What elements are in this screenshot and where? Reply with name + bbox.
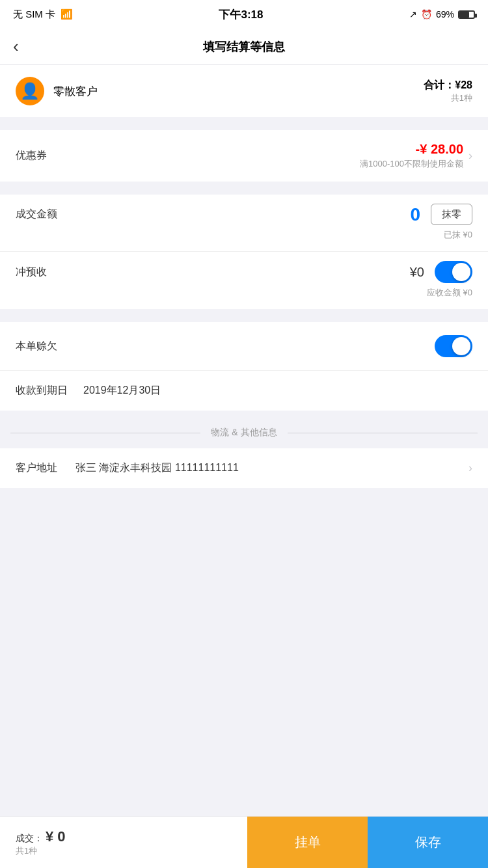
bottom-bar: 成交： ¥ 0 共1种 挂单 保存 xyxy=(0,816,488,868)
due-date-value: 2019年12月30日 xyxy=(83,384,161,398)
divider-line-left xyxy=(10,433,200,433)
nav-bar: ‹ 填写结算等信息 xyxy=(0,29,488,65)
receivable-row: 应收金额 ¥0 xyxy=(0,286,488,309)
wifi-icon: 📶 xyxy=(61,8,73,20)
back-button[interactable]: ‹ xyxy=(13,36,19,57)
transaction-label: 成交金额 xyxy=(16,208,68,221)
avatar-icon: 👤 xyxy=(20,82,40,100)
coupon-card[interactable]: 优惠券 -¥ 28.00 满1000-100不限制使用金额 › xyxy=(0,130,488,182)
coupon-value: -¥ 28.00 满1000-100不限制使用金额 xyxy=(360,142,463,170)
address-card[interactable]: 客户地址 张三 海淀永丰科技园 11111111111 › xyxy=(0,448,488,488)
advance-toggle-knob xyxy=(452,263,470,281)
battery-fill xyxy=(459,12,469,18)
debt-row: 本单赊欠 xyxy=(0,322,488,371)
already-rounded-row: 已抹 ¥0 xyxy=(0,228,488,252)
debt-toggle[interactable] xyxy=(435,335,472,357)
battery-label: 69% xyxy=(436,9,454,20)
save-button[interactable]: 保存 xyxy=(368,817,488,868)
status-left: 无 SIM 卡 📶 xyxy=(13,8,73,21)
bottom-deal-label: 成交： xyxy=(16,833,43,845)
customer-card: 👤 零散客户 合计：¥28 共1种 xyxy=(0,65,488,117)
transaction-amount-row: 成交金额 0 抹零 xyxy=(0,195,488,228)
status-bar: 无 SIM 卡 📶 下午3:18 ↗ ⏰ 69% xyxy=(0,0,488,29)
bottom-spacer xyxy=(0,495,488,547)
address-row[interactable]: 客户地址 张三 海淀永丰科技园 11111111111 › xyxy=(0,448,488,488)
customer-row: 👤 零散客户 合计：¥28 共1种 xyxy=(0,65,488,117)
customer-name: 零散客户 xyxy=(53,84,98,99)
coupon-amount: -¥ 28.00 xyxy=(416,142,463,157)
debt-label: 本单赊欠 xyxy=(16,340,57,353)
round-button[interactable]: 抹零 xyxy=(431,204,472,225)
debt-toggle-knob xyxy=(452,337,470,355)
location-icon: ↗ xyxy=(409,9,417,20)
already-rounded-label: 已抹 ¥0 xyxy=(444,229,472,241)
address-label: 客户地址 xyxy=(16,461,68,475)
page-title: 填写结算等信息 xyxy=(203,39,285,55)
total-amount: 合计：¥28 xyxy=(424,79,472,92)
coupon-desc: 满1000-100不限制使用金额 xyxy=(360,158,463,170)
address-right: › xyxy=(463,461,472,475)
customer-left: 👤 零散客户 xyxy=(16,77,98,105)
bottom-deal-amount: ¥ 0 xyxy=(46,828,66,845)
status-time: 下午3:18 xyxy=(219,7,263,22)
alarm-icon: ⏰ xyxy=(421,9,432,20)
coupon-row[interactable]: 优惠券 -¥ 28.00 满1000-100不限制使用金额 › xyxy=(0,130,488,182)
due-date-row: 收款到期日 2019年12月30日 xyxy=(0,371,488,411)
coupon-chevron-icon: › xyxy=(468,149,472,163)
status-right: ↗ ⏰ 69% xyxy=(409,9,475,20)
divider-1 xyxy=(0,124,488,130)
transaction-card: 成交金额 0 抹零 已抹 ¥0 冲预收 ¥0 应收金额 ¥0 xyxy=(0,195,488,309)
divider-line-right xyxy=(288,433,478,433)
divider-3 xyxy=(0,316,488,322)
bottom-info: 成交： ¥ 0 共1种 xyxy=(0,817,247,868)
customer-right: 合计：¥28 共1种 xyxy=(424,79,472,104)
no-sim-label: 无 SIM 卡 xyxy=(13,8,55,21)
address-chevron-icon: › xyxy=(468,461,472,475)
hang-button[interactable]: 挂单 xyxy=(247,817,368,868)
battery-bar xyxy=(458,10,475,19)
receivable-label: 应收金额 ¥0 xyxy=(427,287,472,299)
section-divider-text: 物流 & 其他信息 xyxy=(211,427,277,439)
address-value: 张三 海淀永丰科技园 11111111111 xyxy=(75,461,463,475)
section-divider: 物流 & 其他信息 xyxy=(0,417,488,448)
content: 👤 零散客户 合计：¥28 共1种 优惠券 -¥ 28.00 满1000-100… xyxy=(0,65,488,547)
debt-card: 本单赊欠 收款到期日 2019年12月30日 xyxy=(0,322,488,411)
advance-amount: ¥0 xyxy=(410,265,424,280)
advance-label: 冲预收 xyxy=(16,265,68,279)
advance-row: 冲预收 ¥0 xyxy=(0,252,488,286)
bottom-count: 共1种 xyxy=(16,845,232,857)
total-count: 共1种 xyxy=(424,92,472,104)
avatar: 👤 xyxy=(16,77,44,105)
advance-toggle[interactable] xyxy=(435,261,472,283)
due-date-label: 收款到期日 xyxy=(16,384,68,398)
divider-2 xyxy=(0,188,488,195)
transaction-value: 0 xyxy=(410,204,420,225)
coupon-label: 优惠券 xyxy=(16,149,68,163)
